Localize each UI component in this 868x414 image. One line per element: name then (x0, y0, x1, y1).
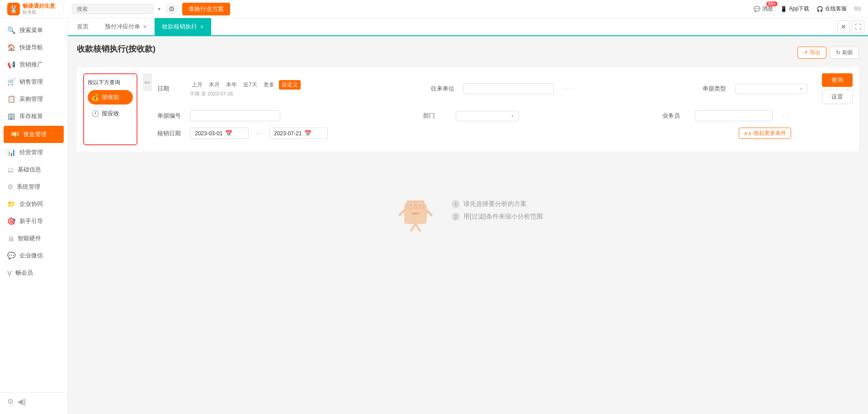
service-label: 在线客服 (825, 5, 847, 13)
bill-type-label: 单据类型 (703, 85, 728, 93)
date-tab-7days[interactable]: 近7天 (241, 80, 259, 90)
purchase-icon: 📋 (7, 95, 16, 103)
date-unlimited-label: 不限 至 2023-07-26 (190, 90, 301, 97)
message-btn[interactable]: 💬 消息 99+ (754, 5, 773, 13)
svg-point-4 (410, 204, 412, 206)
hint-label-2: 用[过滤]条件来缩小分析范围 (463, 213, 543, 221)
page-actions: ↗ 导出 ↻ 刷新 (797, 47, 859, 59)
sidebar-label-inventory: 库存核算 (19, 112, 43, 120)
filter-option-receipt-label: 按收款 (102, 93, 119, 101)
tab-home[interactable]: 首页 (68, 23, 98, 31)
date-tab-more[interactable]: 更多 (262, 80, 276, 90)
query-btns: 查询 设置 (822, 73, 853, 104)
verify-date-start[interactable]: 2023-03-01 📅 (190, 128, 249, 139)
filter-option-by-receivable[interactable]: 🕐 按应收 (88, 106, 133, 121)
staff-input[interactable] (695, 110, 773, 121)
bill-type-chevron-icon: ▾ (800, 86, 802, 92)
export-label: 导出 (810, 49, 821, 57)
staff-dots-icon[interactable]: ··· (783, 112, 791, 120)
sidebar-item-search[interactable]: 🔍 搜索菜单 (0, 22, 67, 39)
counterpart-dots-icon[interactable]: ··· (564, 85, 572, 93)
bill-type-select[interactable]: ▾ (735, 84, 807, 94)
dept-select[interactable]: ▾ (456, 111, 519, 121)
sidebar-label-guide: 新手引导 (19, 217, 43, 225)
tab-prepay-close-icon[interactable]: ✕ (143, 24, 147, 30)
sidebar-item-nav[interactable]: 🏠 快捷导航 (0, 39, 67, 56)
edition-label: 标准版 (23, 10, 55, 15)
verify-date-start-value: 2023-03-01 (195, 130, 222, 137)
search-input[interactable] (72, 4, 153, 14)
online-service-btn[interactable]: 🎧 在线客服 (816, 5, 847, 13)
sidebar-label-system: 系统管理 (17, 183, 40, 191)
sidebar-label-hardware: 智能硬件 (18, 234, 41, 243)
refresh-label: 刷新 (842, 49, 853, 57)
counterpart-input[interactable] (463, 83, 554, 94)
search-chevron-icon[interactable]: ▾ (158, 6, 160, 12)
verify-date-end-cal-icon[interactable]: 📅 (304, 130, 311, 137)
date-tab-custom[interactable]: 自定义 (279, 80, 301, 90)
sidebar-item-finance[interactable]: 💴 资金管理 (4, 126, 64, 143)
date-tab-thismonth[interactable]: 本月 (207, 80, 222, 90)
tab-close-all-icon[interactable]: ✕ (837, 20, 850, 33)
filter-collapse-btn[interactable]: «» (143, 73, 152, 91)
service-icon: 🎧 (816, 6, 823, 12)
settings-bottom-icon[interactable]: ⚙ (7, 397, 14, 406)
date-tab-lastmonth[interactable]: 上月 (190, 80, 204, 90)
sidebar-item-marketing[interactable]: 📢 营销推广 (0, 56, 67, 73)
tab-prepay[interactable]: 预付冲应付单 ✕ (98, 18, 155, 36)
sidebar-item-guide[interactable]: 🎯 新手引导 (0, 213, 67, 230)
sidebar-item-wechat[interactable]: 💬 企业微信 (0, 247, 67, 264)
user-name[interactable]: Rit (854, 6, 861, 12)
tab-prepay-label: 预付冲应付单 (105, 23, 140, 31)
sidebar: 🔍 搜索菜单 🏠 快捷导航 📢 营销推广 🛒 销售管理 📋 采购管理 🏢 库存核… (0, 18, 68, 414)
settings-gear-icon[interactable]: ⚙ (165, 3, 178, 15)
sidebar-bottom: ⚙ ◀‖ (0, 392, 67, 410)
verify-date-start-cal-icon[interactable]: 📅 (225, 130, 232, 137)
setting-btn[interactable]: 设置 (822, 90, 853, 104)
sidebar-label-marketing: 营销推广 (19, 61, 43, 69)
filter-option-by-receipt[interactable]: 💰 按收款 (88, 90, 133, 105)
sidebar-item-operations[interactable]: 📊 经营管理 (0, 144, 67, 161)
sidebar-item-member[interactable]: V 畅会员 (0, 264, 67, 281)
bill-no-input[interactable] (190, 110, 280, 121)
hardware-icon: 🖥 (7, 235, 14, 243)
sidebar-item-basic-info[interactable]: 🗂 基础信息 (0, 161, 67, 178)
verify-date-end[interactable]: 2023-07-21 📅 (269, 128, 328, 139)
sidebar-item-sales[interactable]: 🛒 销售管理 (0, 73, 67, 90)
main-layout: 🔍 搜索菜单 🏠 快捷导航 📢 营销推广 🛒 销售管理 📋 采购管理 🏢 库存核… (0, 18, 868, 414)
date-tab-thisyear[interactable]: 本年 (224, 80, 239, 90)
expand-conditions-btn[interactable]: ∧∧ 收起更多条件 (739, 128, 791, 139)
expand-icon: ∧∧ (744, 130, 752, 137)
tab-verify-close-icon[interactable]: ✕ (200, 24, 204, 30)
inventory-icon: 🏢 (7, 112, 16, 120)
industry-btn[interactable]: 体验行业方案 (182, 3, 230, 15)
tab-verify[interactable]: 收款核销执行 ✕ (155, 18, 212, 36)
sidebar-item-collab[interactable]: 📁 企业协同 (0, 195, 67, 213)
export-btn[interactable]: ↗ 导出 (797, 47, 826, 59)
app-download-label: App下载 (789, 5, 809, 13)
query-btn[interactable]: 查询 (822, 73, 853, 87)
tab-bar-actions: ✕ ⛶ (837, 20, 868, 33)
filter-row-2: 单据编号 部门 ▾ 业务员 ··· (157, 110, 853, 121)
sidebar-label-basic-info: 基础信息 (18, 166, 41, 174)
date-separator: — (256, 130, 262, 137)
receipt-icon: 💰 (91, 94, 99, 101)
tab-maximize-icon[interactable]: ⛶ (852, 20, 864, 33)
sidebar-label-search: 搜索菜单 (19, 26, 43, 34)
app-download-btn[interactable]: 📱 App下载 (780, 5, 809, 13)
nav-icon: 🏠 (7, 43, 16, 52)
sidebar-label-nav: 快捷导航 (19, 43, 43, 52)
guide-icon: 🎯 (7, 217, 16, 225)
sidebar-item-purchase[interactable]: 📋 采购管理 (0, 90, 67, 108)
expand-label: 收起更多条件 (754, 129, 786, 137)
sidebar-item-hardware[interactable]: 🖥 智能硬件 (0, 230, 67, 247)
empty-state: 1 请先选择要分析的方案 2 用[过滤]条件来缩小分析范围 (77, 161, 859, 260)
filter-title-label: 按以下方查询 (88, 79, 120, 86)
message-icon: 💬 (754, 6, 760, 12)
sidebar-item-system[interactable]: ⚙ 系统管理 (0, 178, 67, 195)
top-bar: 🐰 畅捷通好生意 标准版 ▾ ⚙ 体验行业方案 💬 消息 99+ 📱 App下载… (0, 0, 868, 18)
sidebar-item-inventory[interactable]: 🏢 库存核算 (0, 108, 67, 125)
system-icon: ⚙ (7, 183, 13, 191)
collapse-sidebar-icon[interactable]: ◀‖ (17, 397, 26, 406)
refresh-btn[interactable]: ↻ 刷新 (830, 47, 859, 59)
